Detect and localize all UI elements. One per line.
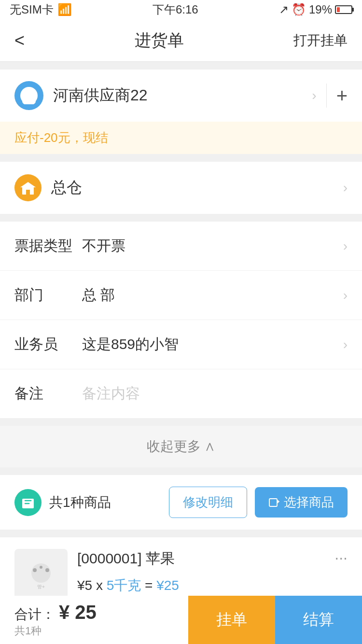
product-name-text: 苹果 <box>146 550 175 566</box>
invoice-type-label: 票据类型 <box>14 236 72 256</box>
open-pending-button[interactable]: 打开挂单 <box>293 31 348 50</box>
supplier-avatar <box>14 81 43 110</box>
product-more-button[interactable]: ··· <box>327 549 348 567</box>
department-label: 部门 <box>14 285 72 305</box>
nav-bar: < 进货单 打开挂单 <box>0 19 362 62</box>
department-arrow-icon: › <box>343 288 348 303</box>
divider <box>326 84 327 108</box>
svg-point-9 <box>40 566 42 569</box>
select-product-button[interactable]: 选择商品 <box>255 487 348 518</box>
salesperson-row[interactable]: 业务员 这是859的小智 › <box>0 320 362 369</box>
department-value: 总 部 <box>72 285 343 305</box>
supplier-arrow-icon: › <box>312 88 316 103</box>
carrier-label: 无SIM卡 <box>10 2 54 17</box>
products-count: 共1种商品 <box>49 493 169 512</box>
remark-row[interactable]: 备注 备注内容 <box>0 369 362 418</box>
products-header: 共1种商品 修改明细 选择商品 <box>0 475 362 530</box>
alarm-icon: ⏰ <box>292 3 306 16</box>
quantity: 5千克 <box>107 578 141 593</box>
product-thumbnail: 管+ <box>14 549 68 602</box>
product-price: ¥5 x 5千克 = ¥25 <box>77 576 327 595</box>
total-price: ¥25 <box>156 578 179 593</box>
form-section: 票据类型 不开票 › 部门 总 部 › 业务员 这是859的小智 › 备注 备注… <box>0 222 362 418</box>
remark-value[interactable]: 备注内容 <box>72 384 348 404</box>
warehouse-section: 总仓 › <box>0 162 362 214</box>
edit-detail-button[interactable]: 修改明细 <box>169 487 247 518</box>
invoice-arrow-icon: › <box>343 238 348 254</box>
unit-price: ¥5 x <box>77 578 107 593</box>
supplier-row[interactable]: 河南供应商22 › + <box>0 70 362 122</box>
product-name: [0000001] 苹果 <box>77 549 327 569</box>
select-product-label: 选择商品 <box>284 494 334 511</box>
page-title: 进货单 <box>135 29 184 52</box>
invoice-type-row[interactable]: 票据类型 不开票 › <box>0 222 362 271</box>
warehouse-name: 总仓 <box>51 177 343 198</box>
invoice-type-value: 不开票 <box>72 236 343 256</box>
remark-label: 备注 <box>14 384 72 404</box>
department-row[interactable]: 部门 总 部 › <box>0 271 362 320</box>
total-sub: 共1种 <box>14 624 174 638</box>
svg-point-0 <box>25 90 33 98</box>
battery-icon <box>335 5 352 14</box>
total-label-row: 合计： ¥ 25 <box>14 602 174 624</box>
location-icon: ↗ <box>279 3 289 16</box>
status-left: 无SIM卡 📶 <box>10 2 72 17</box>
supplier-name: 河南供应商22 <box>53 85 312 106</box>
time-label: 下午6:16 <box>153 2 198 17</box>
svg-point-8 <box>33 568 37 572</box>
payment-notice: 应付-20元，现结 <box>0 122 362 154</box>
svg-point-1 <box>22 98 36 104</box>
svg-point-10 <box>45 568 49 572</box>
warehouse-arrow-icon: › <box>343 180 348 196</box>
svg-rect-6 <box>269 499 277 506</box>
status-right: ↗ ⏰ 19% <box>279 3 352 16</box>
add-supplier-button[interactable]: + <box>336 85 348 107</box>
total-section: 合计： ¥ 25 共1种 <box>0 602 188 638</box>
products-icon-wrap <box>14 489 42 516</box>
salesperson-arrow-icon: › <box>343 337 348 352</box>
product-code: [0000001] <box>77 550 146 566</box>
total-text: 合计： <box>14 605 55 624</box>
avatar-icon <box>20 87 38 104</box>
bottom-bar: 合计： ¥ 25 共1种 挂单 结算 <box>0 596 362 644</box>
settle-button[interactable]: 结算 <box>275 596 362 644</box>
svg-text:管+: 管+ <box>37 584 45 589</box>
wifi-icon: 📶 <box>57 3 72 16</box>
total-amount: ¥ 25 <box>59 602 97 623</box>
svg-rect-4 <box>26 190 30 195</box>
equals: = <box>141 578 156 593</box>
supplier-section: 河南供应商22 › + 应付-20元，现结 <box>0 70 362 154</box>
salesperson-label: 业务员 <box>14 335 72 354</box>
product-info: [0000001] 苹果 ¥5 x 5千克 = ¥25 <box>77 549 327 595</box>
battery-percent: 19% <box>309 3 332 16</box>
collapse-button[interactable]: 收起更多 ∧ <box>0 426 362 467</box>
warehouse-row[interactable]: 总仓 › <box>0 162 362 214</box>
back-button[interactable]: < <box>14 30 25 51</box>
salesperson-value: 这是859的小智 <box>72 335 343 354</box>
warehouse-icon-wrap <box>14 174 42 201</box>
status-bar: 无SIM卡 📶 下午6:16 ↗ ⏰ 19% <box>0 0 362 19</box>
hang-button[interactable]: 挂单 <box>188 596 275 644</box>
svg-marker-3 <box>20 182 36 187</box>
